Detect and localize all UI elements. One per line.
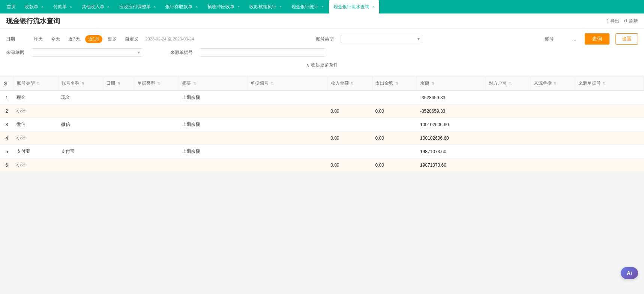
cell-summary xyxy=(179,158,248,172)
cell-income: 0.00 xyxy=(327,104,372,118)
cell-doc-type xyxy=(134,158,179,172)
cell-income xyxy=(327,91,372,104)
cell-num: 1 xyxy=(0,91,14,104)
table-row: 4小计0.000.00100102606.60 xyxy=(0,131,644,145)
refresh-icon: ↺ xyxy=(624,18,627,24)
close-icon-0[interactable]: × xyxy=(41,5,44,9)
th-counterpart[interactable]: 对方户名 ⇅ xyxy=(486,76,530,91)
nav-tab-8[interactable]: 现金银行流水查询 × xyxy=(329,0,379,13)
cell-doc-type xyxy=(134,131,179,145)
th-doc-no[interactable]: 单据编号 ⇅ xyxy=(248,76,327,91)
data-table: ⚙ 账号类型 ⇅ 账号名称 ⇅ 日期 ⇅ 单据类型 ⇅ xyxy=(0,76,644,172)
cell-expense xyxy=(372,118,417,131)
cell-source-doc xyxy=(530,158,575,172)
collapse-icon: ∧ xyxy=(306,63,309,68)
cell-source-doc-no xyxy=(575,131,644,145)
settings-button[interactable]: 设置 xyxy=(615,33,638,45)
cell-date xyxy=(103,158,134,172)
cell-counterpart xyxy=(486,145,530,158)
collapse-bar[interactable]: ∧ 收起更多条件 xyxy=(6,60,638,71)
sort-icon-6: ⇅ xyxy=(271,81,274,85)
cell-num: 5 xyxy=(0,145,14,158)
table-row: 2小计0.000.00-3528659.33 xyxy=(0,104,644,118)
cell-source-doc-no xyxy=(575,104,644,118)
date-opt-yesterday[interactable]: 昨天 xyxy=(31,35,46,43)
sort-icon-7: ⇅ xyxy=(351,81,354,85)
cell-doc-no xyxy=(248,158,327,172)
sort-icon-1: ⇅ xyxy=(37,81,40,85)
cell-expense: 0.00 xyxy=(372,104,417,118)
source-doc-no-input[interactable] xyxy=(199,48,326,57)
close-icon-3[interactable]: × xyxy=(154,5,156,9)
cell-summary xyxy=(179,104,248,118)
cell-expense: 0.00 xyxy=(372,131,417,145)
account-type-select[interactable]: ▾ xyxy=(341,35,423,43)
cell-account-name xyxy=(58,158,103,172)
date-opt-7days[interactable]: 近7天 xyxy=(65,35,83,43)
cell-balance: 19871073.60 xyxy=(417,145,486,158)
table-area: ⚙ 账号类型 ⇅ 账号名称 ⇅ 日期 ⇅ 单据类型 ⇅ xyxy=(0,76,644,172)
th-summary[interactable]: 摘要 ⇅ xyxy=(179,76,248,91)
nav-tab-2[interactable]: 其他收入单 × xyxy=(77,0,114,13)
refresh-button[interactable]: ↺ 刷新 xyxy=(624,18,638,24)
nav-tab-1[interactable]: 付款单 × xyxy=(49,0,77,13)
cell-doc-no xyxy=(248,91,327,104)
th-income[interactable]: 收入金额 ⇅ xyxy=(327,76,372,91)
date-range-display: 2023-02-24 至 2023-03-24 xyxy=(145,36,194,42)
cell-counterpart xyxy=(486,118,530,131)
nav-tab-6[interactable]: 收款核销执行 × xyxy=(245,0,286,13)
table-row: 6小计0.000.0019871073.60 xyxy=(0,158,644,172)
sort-icon-2: ⇅ xyxy=(81,81,84,85)
sort-icon-10: ⇅ xyxy=(509,81,512,85)
account-dots[interactable]: ... xyxy=(570,35,579,43)
th-date[interactable]: 日期 ⇅ xyxy=(103,76,134,91)
cell-source-doc xyxy=(530,91,575,104)
close-icon-2[interactable]: × xyxy=(107,5,110,9)
date-opt-custom[interactable]: 自定义 xyxy=(122,35,141,43)
export-button[interactable]: ⤵ 导出 xyxy=(606,18,619,24)
cell-doc-no xyxy=(248,145,327,158)
close-icon-1[interactable]: × xyxy=(70,5,72,9)
nav-tab-7[interactable]: 现金银行统计 × xyxy=(287,0,328,13)
th-expense[interactable]: 支出金额 ⇅ xyxy=(372,76,417,91)
th-account-name[interactable]: 账号名称 ⇅ xyxy=(58,76,103,91)
th-balance[interactable]: 余额 ⇅ xyxy=(417,76,486,91)
nav-tab-0[interactable]: 收款单 × xyxy=(20,0,48,13)
source-doc-select[interactable]: ▾ xyxy=(31,48,143,57)
cell-doc-no xyxy=(248,131,327,145)
nav-tab-5[interactable]: 预收冲应收单 × xyxy=(203,0,244,13)
cell-balance: 100102606.60 xyxy=(417,131,486,145)
source-doc-chevron-icon: ▾ xyxy=(138,50,140,55)
cell-date xyxy=(103,131,134,145)
cell-source-doc xyxy=(530,104,575,118)
th-gear[interactable]: ⚙ xyxy=(0,76,14,91)
export-icon: ⤵ xyxy=(606,18,609,24)
th-account-type[interactable]: 账号类型 ⇅ xyxy=(14,76,58,91)
th-doc-type[interactable]: 单据类型 ⇅ xyxy=(134,76,179,91)
query-button[interactable]: 查询 xyxy=(585,33,609,45)
cell-counterpart xyxy=(486,131,530,145)
date-opt-today[interactable]: 今天 xyxy=(48,35,63,43)
date-opt-more[interactable]: 更多 xyxy=(105,35,120,43)
nav-tab-3[interactable]: 应收应付调整单 × xyxy=(115,0,161,13)
th-source-doc-no[interactable]: 来源单据号 ⇅ xyxy=(575,76,644,91)
cell-date xyxy=(103,104,134,118)
close-icon-5[interactable]: × xyxy=(237,5,240,9)
cell-income xyxy=(327,145,372,158)
gear-icon[interactable]: ⚙ xyxy=(3,81,8,87)
nav-tab-4[interactable]: 银行存取款单 × xyxy=(161,0,202,13)
close-icon-6[interactable]: × xyxy=(279,5,282,9)
cell-counterpart xyxy=(486,158,530,172)
sort-icon-5: ⇅ xyxy=(193,81,196,85)
cell-account-name: 微信 xyxy=(58,118,103,131)
cell-counterpart xyxy=(486,91,530,104)
cell-summary: 上期余额 xyxy=(179,145,248,158)
th-source-doc[interactable]: 来源单据 ⇅ xyxy=(530,76,575,91)
nav-home[interactable]: 首页 xyxy=(3,0,20,13)
close-icon-4[interactable]: × xyxy=(195,5,198,9)
cell-doc-type xyxy=(134,104,179,118)
date-opt-1month[interactable]: 近1月 xyxy=(85,35,103,43)
close-icon-7[interactable]: × xyxy=(321,5,324,9)
cell-source-doc xyxy=(530,131,575,145)
close-icon-8[interactable]: × xyxy=(372,5,375,9)
